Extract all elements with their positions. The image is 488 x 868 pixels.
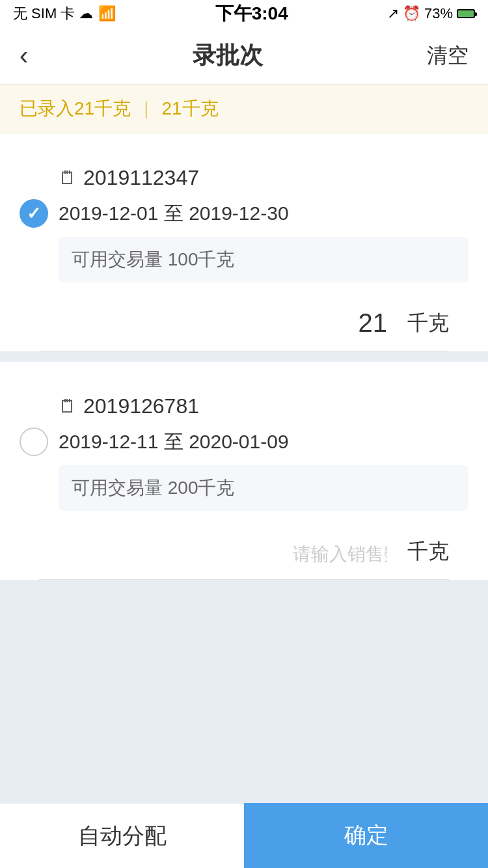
back-button[interactable]: ‹ [20, 41, 28, 70]
batch2-header: 🗒 2019126781 [20, 394, 468, 418]
location-icon: ↗ [387, 5, 399, 22]
status-right: ↗ ⏰ 73% [387, 5, 475, 22]
batch1-date: 2019-12-01 至 2019-12-30 [59, 200, 289, 227]
recorded-label: 已录入21千克 [20, 96, 131, 121]
batch2-qty-row: 千克 [20, 524, 468, 579]
status-bar: 无 SIM 卡 ☁ 📶 下午3:04 ↗ ⏰ 73% [0, 0, 488, 27]
card-separator-1 [0, 351, 488, 362]
batch1-radio[interactable]: ✓ [20, 199, 48, 228]
batch2-qty-input[interactable] [293, 537, 397, 566]
batch1-qty-row: 千克 [20, 295, 468, 351]
batch1-item[interactable]: 🗒 2019112347 ✓ 2019-12-01 至 2019-12-30 可… [20, 153, 468, 295]
wifi-icon: 📶 [98, 5, 116, 22]
batch2-unit: 千克 [407, 537, 449, 566]
batch2-card: 🗒 2019126781 2019-12-11 至 2020-01-09 可用交… [0, 362, 488, 580]
auto-distribute-label: 自动分配 [78, 821, 167, 851]
info-banner: 已录入21千克 | 21千克 [0, 85, 488, 133]
battery-icon [457, 9, 475, 18]
batch1-unit: 千克 [407, 309, 449, 338]
batch2-icon: 🗒 [59, 396, 77, 417]
batch2-radio[interactable] [20, 427, 48, 456]
sim-label: 无 SIM 卡 ☁ [13, 4, 93, 23]
auto-distribute-button[interactable]: 自动分配 [0, 803, 244, 868]
batch2-date: 2019-12-11 至 2020-01-09 [59, 429, 289, 455]
nav-bar: ‹ 录批次 清空 [0, 27, 488, 85]
batch1-icon: 🗒 [59, 167, 77, 189]
batch1-check-icon: ✓ [27, 204, 41, 224]
battery-percent: 73% [424, 5, 453, 22]
page-title: 录批次 [193, 40, 263, 72]
banner-divider: | [144, 98, 148, 119]
batch2-available: 可用交易量 200千克 [59, 465, 468, 511]
clear-button[interactable]: 清空 [427, 42, 468, 70]
batch1-header: 🗒 2019112347 [20, 166, 468, 190]
batch1-date-row: ✓ 2019-12-01 至 2019-12-30 [20, 199, 468, 228]
status-left: 无 SIM 卡 ☁ 📶 [13, 4, 116, 23]
confirm-label: 确定 [344, 821, 388, 850]
batch1-card: 🗒 2019112347 ✓ 2019-12-01 至 2019-12-30 可… [0, 133, 488, 351]
batch1-available: 可用交易量 100千克 [59, 237, 468, 282]
status-time: 下午3:04 [215, 1, 288, 26]
confirm-button[interactable]: 确定 [244, 803, 488, 868]
batch1-qty-input[interactable] [293, 308, 397, 338]
alarm-icon: ⏰ [403, 5, 420, 22]
footer: 自动分配 确定 [0, 803, 488, 868]
total-label: 21千克 [161, 96, 218, 121]
batch1-id: 2019112347 [83, 166, 199, 190]
batch2-date-row: 2019-12-11 至 2020-01-09 [20, 427, 468, 456]
batch2-id: 2019126781 [83, 394, 199, 418]
batch2-item[interactable]: 🗒 2019126781 2019-12-11 至 2020-01-09 可用交… [20, 381, 468, 524]
